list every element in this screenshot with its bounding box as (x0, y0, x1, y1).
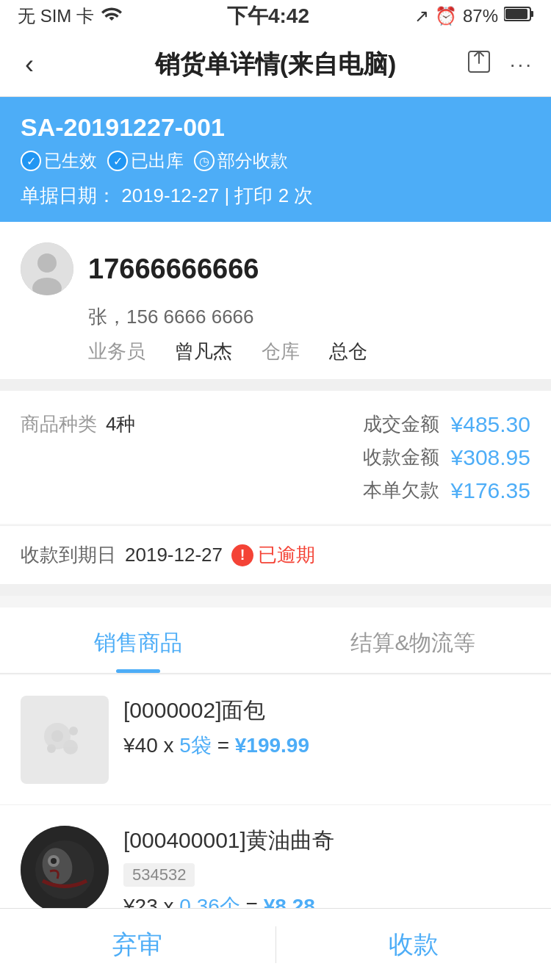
customer-info-row: 业务员 曾凡杰 仓库 总仓 (21, 339, 530, 364)
product-info-1: [0000002]面包 ¥40 x 5袋 = ¥199.99 (123, 696, 530, 760)
due-section: 收款到期日 2019-12-27 ! 已逾期 (0, 525, 551, 584)
share-icon[interactable] (466, 48, 492, 81)
tab-settlement[interactable]: 结算&物流等 (276, 608, 551, 673)
qty-highlight-1: 5袋 (179, 734, 212, 757)
product-tag-2: 534532 (123, 863, 195, 887)
badge-partial: ◷ 部分收款 (194, 149, 288, 173)
deal-amount-label: 成交金额 (363, 411, 439, 437)
overdue-text: 已逾期 (258, 542, 315, 568)
wifi-icon (101, 6, 122, 26)
location-icon: ↗ (414, 6, 429, 26)
order-id: SA-20191227-001 (21, 113, 225, 142)
stat-type: 商品种类 4种 (21, 411, 135, 437)
battery-icon (504, 6, 533, 26)
due-amount-label: 本单欠款 (363, 478, 439, 503)
due-amount-value: ¥176.35 (451, 478, 530, 503)
divider-1 (0, 379, 551, 391)
due-amount-row: 本单欠款 ¥176.35 (363, 478, 530, 503)
product-name-2: [000400001]黄油曲奇 (123, 826, 530, 856)
received-amount-row: 收款金额 ¥308.95 (363, 444, 530, 470)
order-id-row: SA-20191227-001 (21, 113, 530, 142)
deal-amount-row: 成交金额 ¥485.30 (363, 411, 530, 437)
warehouse-label: 仓库 (262, 339, 300, 364)
total-1: ¥199.99 (235, 734, 309, 757)
received-label: 收款金额 (363, 444, 439, 470)
product-name-1: [0000002]面包 (123, 696, 530, 726)
badge-effective: ✓ 已生效 (21, 149, 97, 173)
divider-2 (0, 584, 551, 596)
check-icon-1: ✓ (21, 151, 41, 171)
svg-rect-2 (505, 9, 527, 19)
customer-sub-info: 张，156 6666 6666 (21, 304, 530, 330)
stats-left: 商品种类 4种 (21, 411, 135, 437)
deal-amount-value: ¥485.30 (451, 412, 530, 437)
received-value: ¥308.95 (451, 445, 530, 470)
svg-point-11 (47, 744, 56, 753)
customer-section: 17666666666 张，156 6666 6666 业务员 曾凡杰 仓库 总… (0, 222, 551, 379)
svg-point-16 (51, 858, 57, 864)
sales-label: 业务员 (88, 339, 145, 364)
tabs-row: 销售商品 结算&物流等 (0, 608, 551, 673)
check-icon-2: ✓ (107, 151, 128, 171)
date-label: 单据日期： (21, 184, 116, 206)
badge-shipped: ✓ 已出库 (107, 149, 184, 173)
more-icon[interactable]: ··· (510, 53, 533, 76)
customer-phone: 17666666666 (88, 253, 259, 285)
product-info-2: [000400001]黄油曲奇 534532 ¥23 x 0.36个 = ¥8.… (123, 826, 530, 920)
svg-point-8 (51, 730, 63, 742)
sim-text: 无 SIM 卡 (18, 4, 94, 28)
warehouse-value: 总仓 (329, 339, 367, 364)
due-date-label: 收款到期日 (21, 542, 116, 568)
svg-rect-1 (530, 11, 533, 17)
clock-icon: ◷ (194, 151, 215, 171)
battery-text: 87% (463, 6, 498, 26)
status-right: ↗ ⏰ 87% (414, 6, 533, 26)
customer-row: 17666666666 (21, 242, 530, 295)
overdue-badge: ! 已逾期 (231, 542, 315, 568)
order-date-row: 单据日期： 2019-12-27 | 打印 2 次 (21, 183, 530, 209)
svg-point-9 (69, 727, 78, 735)
order-date: 2019-12-27 (121, 184, 219, 206)
svg-point-10 (63, 740, 78, 754)
due-date-value: 2019-12-27 (125, 544, 223, 566)
overdue-icon: ! (231, 544, 253, 566)
svg-point-5 (37, 253, 57, 273)
back-button[interactable]: ‹ (18, 42, 41, 87)
tabs-section: 销售商品 结算&物流等 (0, 608, 551, 674)
alarm-icon: ⏰ (435, 6, 457, 26)
cancel-button[interactable]: 弃审 (0, 909, 276, 980)
nav-right: ··· (466, 48, 533, 81)
stats-right: 成交金额 ¥485.30 收款金额 ¥308.95 本单欠款 ¥176.35 (363, 411, 530, 503)
avatar (21, 242, 73, 295)
page-title: 销货单详情(来自电脑) (155, 48, 397, 82)
status-left: 无 SIM 卡 (18, 4, 122, 28)
print-info: | 打印 2 次 (224, 184, 313, 206)
product-thumb-1 (21, 696, 109, 784)
type-value: 4种 (106, 411, 135, 437)
tab-sales-products[interactable]: 销售商品 (0, 608, 276, 673)
product-price-1: ¥40 x 5袋 = ¥199.99 (123, 732, 530, 760)
order-header: SA-20191227-001 ✓ 已生效 ✓ 已出库 ◷ 部分收款 单据日期：… (0, 97, 551, 222)
stats-section: 商品种类 4种 成交金额 ¥485.30 收款金额 ¥308.95 本单欠款 ¥… (0, 391, 551, 524)
confirm-button[interactable]: 收款 (276, 909, 552, 980)
product-list: [0000002]面包 ¥40 x 5袋 = ¥199.99 (0, 675, 551, 942)
type-label: 商品种类 (21, 411, 97, 437)
status-bar: 无 SIM 卡 下午4:42 ↗ ⏰ 87% (0, 0, 551, 32)
bottom-bar: 弃审 收款 (0, 908, 551, 980)
status-badges: ✓ 已生效 ✓ 已出库 ◷ 部分收款 (21, 149, 530, 173)
product-thumb-2 (21, 826, 109, 914)
stats-row: 商品种类 4种 成交金额 ¥485.30 收款金额 ¥308.95 本单欠款 ¥… (21, 411, 530, 503)
status-time: 下午4:42 (227, 2, 309, 30)
nav-bar: ‹ 销货单详情(来自电脑) ··· (0, 32, 551, 97)
product-item-1: [0000002]面包 ¥40 x 5袋 = ¥199.99 (0, 675, 551, 805)
sales-value: 曾凡杰 (175, 339, 232, 364)
